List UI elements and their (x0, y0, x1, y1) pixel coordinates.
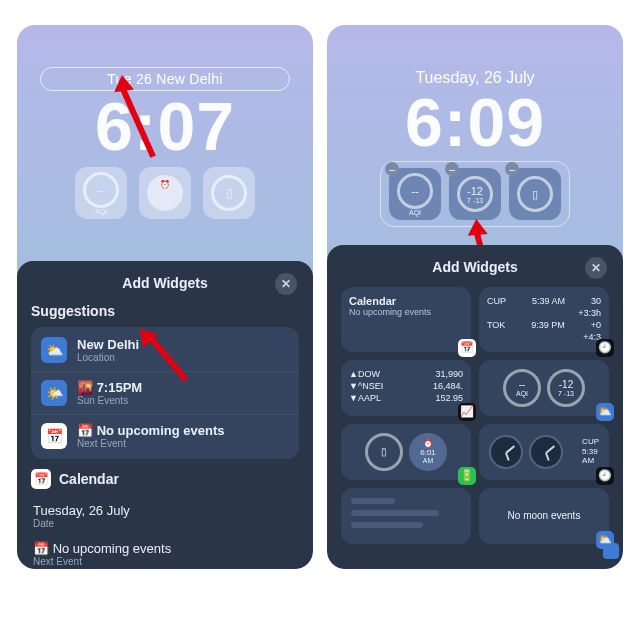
panel-title: Add Widgets (432, 259, 517, 275)
add-widgets-panel: Add Widgets ✕ Suggestions ⛅ New DelhiLoc… (17, 261, 313, 569)
reminders-skeleton-card[interactable] (341, 488, 471, 544)
widget-edit-row[interactable]: – -- AQI – -127 -13 – ▯ (380, 161, 570, 227)
battery-icon: ▯ (532, 188, 538, 201)
suggestion-sunevents[interactable]: 🌤️ 🌇 7:15PMSun Events (31, 371, 299, 414)
battery-icon: ▯ (226, 186, 233, 200)
suggestion-weather[interactable]: ⛅ New DelhiLocation (31, 329, 299, 371)
battery-icon: ▯ (381, 446, 387, 457)
calendar-icon: 📅 (31, 469, 51, 489)
aqi-temp-card[interactable]: --AQI -127 -13 ⛅ (479, 360, 609, 416)
calendar-date[interactable]: Tuesday, 26 July (33, 503, 297, 518)
add-widgets-panel: Add Widgets ✕ Calendar No upcoming event… (327, 245, 623, 569)
battery-widget[interactable]: – ▯ (509, 168, 561, 220)
aqi-widget[interactable]: – -- AQI (389, 168, 441, 220)
calendar-header: Calendar (59, 471, 119, 487)
clocks-card[interactable]: CUP5:39AM 🕘 (479, 424, 609, 480)
world-clock-card[interactable]: CUP5:39 AM30 +3:3h TOK9:39 PM+0 +4:3 🕘 (479, 287, 609, 352)
clock-time: 6:09 (327, 83, 623, 161)
temp-widget[interactable]: – -127 -13 (449, 168, 501, 220)
aqi-widget[interactable]: -- AQI (75, 167, 127, 219)
lockscreen-left: Tue 26 New Delhi 6:07 -- AQI ⏰ 6:01 AM ▯ (17, 25, 313, 569)
battery-widget[interactable]: ▯ (203, 167, 255, 219)
battery-alarm-card[interactable]: ▯ ⏰6:01AM 🔋 (341, 424, 471, 480)
clock-time: 6:07 (17, 87, 313, 165)
widget-row: -- AQI ⏰ 6:01 AM ▯ (17, 167, 313, 219)
alarm-widget[interactable]: ⏰ 6:01 AM (139, 167, 191, 219)
moon-events-card[interactable]: No moon events ⛅ (479, 488, 609, 544)
remove-handle[interactable]: – (505, 162, 519, 176)
remove-handle[interactable]: – (445, 162, 459, 176)
stocks-card[interactable]: ▲DOW31,990 ▼^NSEI16,484. ▼AAPL152.95 📈 (341, 360, 471, 416)
suggestions-card: ⛅ New DelhiLocation 🌤️ 🌇 7:15PMSun Event… (31, 327, 299, 459)
lockscreen-right: Tuesday, 26 July 6:09 – -- AQI – -127 -1… (327, 25, 623, 569)
panel-title: Add Widgets (122, 275, 207, 291)
suggestions-header: Suggestions (31, 303, 299, 319)
calendar-next-event[interactable]: 📅 No upcoming events (33, 541, 297, 556)
suggestion-nextevent[interactable]: 📅 📅 No upcoming eventsNext Event (31, 414, 299, 457)
alarm-icon: ⏰ (160, 180, 170, 189)
remove-handle[interactable]: – (385, 162, 399, 176)
close-button[interactable]: ✕ (585, 257, 607, 279)
close-button[interactable]: ✕ (275, 273, 297, 295)
calendar-card[interactable]: Calendar No upcoming events 📅 (341, 287, 471, 352)
